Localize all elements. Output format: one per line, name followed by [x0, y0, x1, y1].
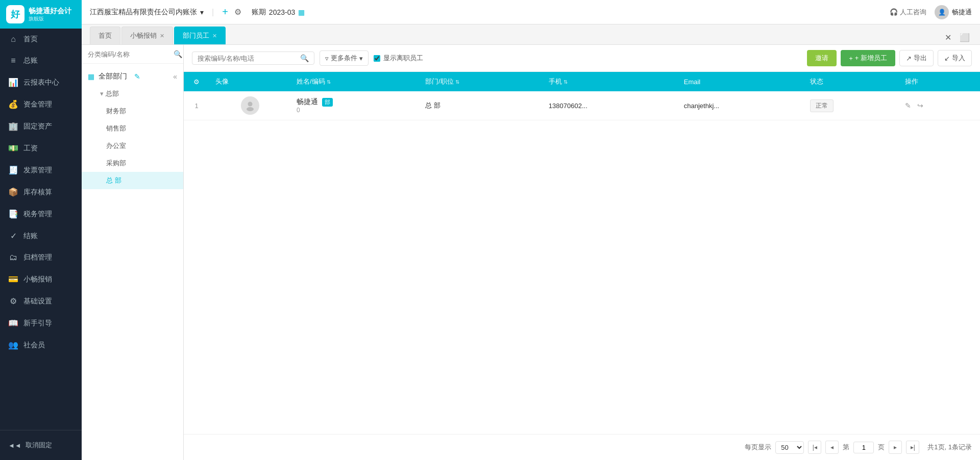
- calendar-icon[interactable]: ▦: [298, 8, 305, 16]
- logo-text: 畅捷通好会计 旗舰版: [29, 6, 71, 22]
- dept-search: 🔍: [82, 45, 183, 64]
- table-header-row: ⚙ 头像 姓名/编码 ⇅ 部门/职位 ⇅: [184, 72, 980, 91]
- status-badge: 正常: [810, 99, 834, 112]
- sidebar-item-guide[interactable]: 📖 新手引导: [0, 312, 82, 334]
- sidebar-item-archive[interactable]: 🗂 归档管理: [0, 247, 82, 268]
- add-employee-button[interactable]: + + 新增员工: [841, 50, 895, 66]
- row-name-code: 畅捷通 部 0: [290, 91, 419, 120]
- col-actions: 操作: [899, 72, 980, 91]
- sidebar-item-closing[interactable]: ✓ 结账: [0, 225, 82, 247]
- dept-general[interactable]: 总 部: [82, 172, 183, 189]
- dept-collapse-icon[interactable]: «: [173, 72, 177, 81]
- search-icon[interactable]: 🔍: [174, 50, 182, 58]
- employee-search-input[interactable]: [198, 55, 297, 62]
- action-cell: ✎ ↪: [905, 101, 974, 110]
- per-page-select[interactable]: 50 10 20 100: [775, 441, 804, 454]
- pin-button[interactable]: ◄◄ 取消固定: [0, 436, 82, 455]
- logout-icon[interactable]: ↪: [917, 101, 923, 110]
- tab-expense-close-icon[interactable]: ✕: [160, 33, 164, 39]
- sidebar-item-xiaochangbao[interactable]: 💳 小畅报销: [0, 268, 82, 290]
- logo-icon: 好: [6, 5, 24, 23]
- col-settings[interactable]: ⚙: [184, 72, 209, 91]
- tab-home[interactable]: 首页: [90, 27, 120, 44]
- page-input[interactable]: [853, 442, 874, 453]
- sidebar: 好 畅捷通好会计 旗舰版 ⌂ 首页 ≡ 总账 📊 云报表中心 💰 资金管理 🏢 …: [0, 0, 82, 460]
- sidebar-item-ledger[interactable]: ≡ 总账: [0, 50, 82, 71]
- next-page-button[interactable]: ▸: [889, 441, 902, 454]
- sidebar-item-salary[interactable]: 💵 工资: [0, 137, 82, 159]
- sidebar-item-assets[interactable]: 🏢 固定资产: [0, 115, 82, 137]
- sidebar-item-invoice[interactable]: 🧾 发票管理: [0, 159, 82, 181]
- last-page-button[interactable]: ▸|: [906, 441, 919, 454]
- dept-all-header[interactable]: ▦ 全部部门 ✎ «: [82, 68, 183, 85]
- period-value: 2023-03: [269, 8, 295, 16]
- tab-employees-close-icon[interactable]: ✕: [212, 33, 217, 39]
- dept-sales[interactable]: 销售部: [82, 120, 183, 137]
- accounting-period: 账期 2023-03 ▦: [252, 8, 305, 17]
- dept-office[interactable]: 办公室: [82, 137, 183, 155]
- settings-icon: ⚙: [8, 296, 18, 306]
- pagination-total: 共1页, 1条记录: [927, 443, 972, 452]
- sidebar-logo: 好 畅捷通好会计 旗舰版: [0, 0, 82, 29]
- sidebar-item-home[interactable]: ⌂ 首页: [0, 29, 82, 50]
- add-company-button[interactable]: +: [222, 6, 228, 18]
- sidebar-item-inventory[interactable]: 📦 库存核算: [0, 181, 82, 203]
- employee-toolbar: 🔍 ▿ 更多条件 ▾ 显示离职员工 邀请 + + 新增员工: [184, 45, 980, 72]
- more-filters-button[interactable]: ▿ 更多条件 ▾: [320, 50, 369, 66]
- sidebar-nav: ⌂ 首页 ≡ 总账 📊 云报表中心 💰 资金管理 🏢 固定资产 💵 工资 🧾 发…: [0, 29, 82, 430]
- maximize-icon[interactable]: ⬜: [958, 31, 972, 44]
- tab-expense[interactable]: 小畅报销 ✕: [121, 27, 173, 44]
- sidebar-bottom: ◄◄ 取消固定: [0, 430, 82, 460]
- dept-finance[interactable]: 财务部: [82, 103, 183, 120]
- plus-icon: +: [849, 55, 853, 62]
- invoice-icon: 🧾: [8, 165, 18, 175]
- edit-icon[interactable]: ✎: [905, 101, 911, 110]
- row-status: 正常: [804, 91, 899, 120]
- export-button[interactable]: ↗ 导出: [899, 50, 934, 66]
- dept-search-input[interactable]: [88, 50, 174, 58]
- close-window-icon[interactable]: ✕: [943, 31, 953, 44]
- sidebar-item-more[interactable]: 👥 社会员: [0, 334, 82, 356]
- first-page-button[interactable]: |◂: [808, 441, 821, 454]
- company-selector[interactable]: 江西服宝精品有限责任公司内账张 ▾: [90, 8, 204, 17]
- expense-icon: 💳: [8, 274, 18, 284]
- dept-all-label: 全部部门: [99, 72, 127, 81]
- sort-icon-dept: ⇅: [455, 79, 459, 85]
- col-phone[interactable]: 手机 ⇅: [543, 72, 678, 91]
- employee-name-wrap: 畅捷通 部: [297, 97, 413, 107]
- dept-purchase[interactable]: 采购部: [82, 155, 183, 172]
- export-icon: ↗: [906, 55, 912, 62]
- tabbar: 首页 小畅报销 ✕ 部门员工 ✕ ✕ ⬜: [82, 24, 980, 45]
- salary-icon: 💵: [8, 143, 18, 153]
- tab-employees[interactable]: 部门员工 ✕: [174, 27, 226, 44]
- home-icon: ⌂: [8, 35, 18, 44]
- guide-icon: 📖: [8, 318, 18, 328]
- sidebar-item-settings[interactable]: ⚙ 基础设置: [0, 290, 82, 312]
- col-name-code[interactable]: 姓名/编码 ⇅: [290, 72, 419, 91]
- sidebar-item-tax[interactable]: 📑 税务管理: [0, 203, 82, 225]
- col-dept-position[interactable]: 部门/职位 ⇅: [419, 72, 543, 91]
- sidebar-item-reports[interactable]: 📊 云报表中心: [0, 71, 82, 93]
- settings-gear-icon[interactable]: ⚙: [234, 7, 241, 17]
- user-menu[interactable]: 👤 畅捷通: [935, 5, 972, 19]
- avatar-image: [241, 96, 259, 115]
- search-icon[interactable]: 🔍: [300, 54, 309, 62]
- dept-edit-icon[interactable]: ✎: [134, 72, 140, 81]
- assets-icon: 🏢: [8, 121, 18, 131]
- prev-page-button[interactable]: ◂: [825, 441, 839, 454]
- expand-icon: ▾: [100, 90, 104, 97]
- row-actions: ✎ ↪: [899, 91, 980, 120]
- dept-hq-label[interactable]: ▾总部: [82, 85, 183, 103]
- headset-icon: 🎧: [890, 8, 898, 16]
- row-dept: 总 部: [419, 91, 543, 120]
- import-button[interactable]: ↙ 导入: [938, 50, 972, 66]
- left-panel: 🔍 ▦ 全部部门 ✎ « ▾总部 财务部 销售部 办公室 采购部 总: [82, 45, 184, 460]
- chevron-down-icon: ▾: [359, 55, 363, 62]
- col-email: Email: [678, 72, 804, 91]
- show-resigned-checkbox[interactable]: 显示离职员工: [374, 54, 423, 63]
- col-status: 状态: [804, 72, 899, 91]
- service-button[interactable]: 🎧 人工咨询: [890, 8, 926, 17]
- invite-button[interactable]: 邀请: [807, 50, 837, 66]
- show-resigned-input[interactable]: [374, 55, 380, 62]
- sidebar-item-funds[interactable]: 💰 资金管理: [0, 93, 82, 115]
